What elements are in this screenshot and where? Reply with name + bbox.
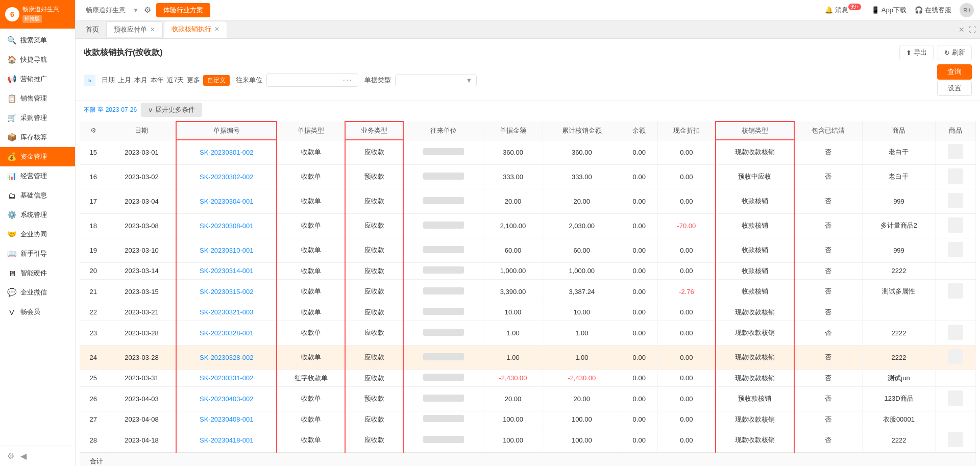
- table-row: 28 2023-04-18 SK-20230418-001 收款单 应收款 10…: [80, 428, 976, 453]
- filter-more[interactable]: 更多: [187, 76, 200, 85]
- cell-bill-type: 收款单: [277, 386, 345, 411]
- filter-receipt-label: 单据类型: [364, 76, 391, 85]
- tabbar-controls: ✕ ⛶: [959, 26, 976, 34]
- cell-amount: 10.00: [483, 304, 543, 321]
- sidebar-item-system[interactable]: ⚙️ 系统管理: [0, 205, 75, 225]
- tab-home[interactable]: 首页: [80, 22, 105, 37]
- bill-no-link[interactable]: SK-20230321-003: [200, 308, 254, 316]
- filter-last-month[interactable]: 上月: [118, 76, 131, 85]
- sidebar-item-search[interactable]: 🔍 搜索菜单: [0, 31, 75, 50]
- bill-no-link[interactable]: SK-20230302-002: [200, 173, 254, 181]
- messages-item[interactable]: 🔔 消息 99+: [825, 6, 863, 15]
- cell-bill-type: 收款单: [277, 345, 345, 370]
- sidebar-item-shortcut[interactable]: 🏠 快捷导航: [0, 50, 75, 69]
- expand-more-button[interactable]: ∨ 展开更多条件: [141, 103, 202, 117]
- cell-bill-no: SK-20230302-002: [176, 164, 277, 189]
- sidebar-item-wechat[interactable]: 💬 企业微信: [0, 283, 75, 302]
- filter-partner-input-wrap[interactable]: ···: [266, 73, 358, 87]
- bill-no-link[interactable]: SK-20230301-002: [200, 149, 254, 156]
- chevron-expand-icon: ∨: [148, 106, 153, 114]
- setting-button[interactable]: 设置: [937, 81, 972, 96]
- bill-no-link[interactable]: SK-20230304-001: [200, 198, 254, 205]
- monitor-icon: 🖥: [7, 269, 16, 278]
- cell-verified: 1.00: [543, 345, 621, 370]
- tab-prepay-close[interactable]: ✕: [150, 26, 155, 33]
- sidebar-item-basic[interactable]: 🗂 基础信息: [0, 186, 75, 205]
- headset-icon: 🎧: [915, 6, 923, 14]
- online-service-item[interactable]: 🎧 在线客服: [915, 6, 951, 15]
- cell-amount: 20.00: [483, 386, 543, 411]
- table-row: 16 2023-03-02 SK-20230302-002 收款单 预收款 33…: [80, 164, 976, 189]
- cell-balance: 0.00: [621, 164, 657, 189]
- bill-no-link[interactable]: SK-20230418-001: [200, 436, 254, 444]
- partner-blurred: [423, 266, 464, 274]
- cell-balance: 0.00: [621, 213, 657, 238]
- sidebar-item-purchase[interactable]: 🛒 采购管理: [0, 108, 75, 128]
- filter-partner-input[interactable]: [271, 77, 342, 84]
- bill-no-link[interactable]: SK-20230403-002: [200, 395, 254, 403]
- table-container[interactable]: ⚙ 日期 单据编号 单据类型 业务类型 往来单位 单据金额 累计核销金额 余额 …: [76, 121, 980, 466]
- bill-no-link[interactable]: SK-20230314-001: [200, 267, 254, 275]
- bill-no-link[interactable]: SK-20230328-001: [200, 329, 254, 337]
- messages-badge: 99+: [848, 4, 861, 10]
- tab-collection-close[interactable]: ✕: [214, 26, 219, 33]
- tab-close-all-icon[interactable]: ✕: [959, 26, 965, 34]
- filter-this-month[interactable]: 本月: [134, 76, 148, 85]
- sidebar-item-sales[interactable]: 📋 销售管理: [0, 89, 75, 108]
- sidebar-item-guide[interactable]: 📖 新手引导: [0, 244, 75, 263]
- bill-no-link[interactable]: SK-20230315-002: [200, 288, 254, 296]
- partner-blurred: [423, 353, 464, 360]
- filter-this-year[interactable]: 本年: [151, 76, 164, 85]
- sidebar-item-inventory[interactable]: 📦 库存核算: [0, 128, 75, 147]
- cell-goods-img: [936, 164, 976, 189]
- bill-no-link[interactable]: SK-20230310-001: [200, 247, 254, 254]
- sidebar-item-enterprise[interactable]: 🤝 企业协同: [0, 225, 75, 244]
- cell-partner: [403, 428, 483, 453]
- filter-7days[interactable]: 近7天: [167, 76, 184, 85]
- cell-discount: 0.00: [657, 428, 715, 453]
- cell-verified: 100.00: [543, 411, 621, 428]
- bell-icon: 🔔: [825, 6, 833, 14]
- bill-no-link[interactable]: SK-20230408-001: [200, 415, 254, 423]
- user-avatar[interactable]: Rit: [960, 3, 974, 17]
- topbar-dropdown-icon[interactable]: ▼: [133, 7, 139, 14]
- topbar-gear-icon[interactable]: ⚙: [142, 3, 153, 17]
- settings-footer-icon[interactable]: ⚙: [7, 451, 14, 461]
- tab-collection[interactable]: 收款核销执行 ✕: [164, 21, 227, 38]
- partner-blurred: [423, 395, 464, 402]
- logo-text: 畅康道好生意: [22, 6, 59, 14]
- tab-home-label: 首页: [86, 25, 99, 34]
- sidebar-item-finance[interactable]: 💰 资金管理: [0, 147, 75, 166]
- app-download-label: App下载: [881, 6, 906, 15]
- tab-expand-icon[interactable]: ⛶: [969, 26, 976, 34]
- finance-icon: 💰: [7, 152, 16, 161]
- sidebar-item-marketing[interactable]: 📢 营销推广: [0, 69, 75, 89]
- bill-no-link[interactable]: SK-20230308-001: [200, 222, 254, 230]
- app-download-item[interactable]: 📱 App下载: [871, 6, 906, 15]
- filter-date-group: 日期 上月 本月 本年 近7天 更多 自定义: [102, 75, 230, 86]
- cell-include-cleared: 否: [794, 262, 862, 279]
- bill-no-link[interactable]: SK-20230331-002: [200, 374, 254, 382]
- logo-icon: 6: [5, 7, 19, 21]
- cell-include-cleared: 否: [794, 164, 862, 189]
- query-button[interactable]: 查询: [937, 64, 972, 80]
- tab-prepay[interactable]: 预收应付单 ✕: [106, 21, 163, 37]
- collapse-icon[interactable]: ◀: [20, 451, 27, 461]
- cell-include-cleared: 否: [794, 345, 862, 370]
- cell-seq: 15: [80, 140, 107, 164]
- filter-expand-button[interactable]: »: [84, 75, 95, 86]
- sidebar-item-operation[interactable]: 📊 经营管理: [0, 166, 75, 186]
- bill-no-link[interactable]: SK-20230328-002: [200, 354, 254, 361]
- sidebar-item-hardware[interactable]: 🖥 智能硬件: [0, 263, 75, 283]
- export-button[interactable]: ⬆ 导出: [899, 45, 934, 60]
- partner-blurred: [423, 329, 464, 336]
- filter-receipt-select[interactable]: ▼: [395, 75, 477, 86]
- cell-include-cleared: 否: [794, 321, 862, 345]
- cell-discount: 0.00: [657, 262, 715, 279]
- refresh-button[interactable]: ↻ 刷新: [938, 45, 972, 60]
- cell-include-cleared: 否: [794, 386, 862, 411]
- filter-custom-button[interactable]: 自定义: [203, 75, 230, 86]
- sidebar-item-member[interactable]: V 畅会员: [0, 302, 75, 322]
- messages-label: 消息: [835, 6, 848, 15]
- solution-button[interactable]: 体验行业方案: [156, 3, 210, 17]
